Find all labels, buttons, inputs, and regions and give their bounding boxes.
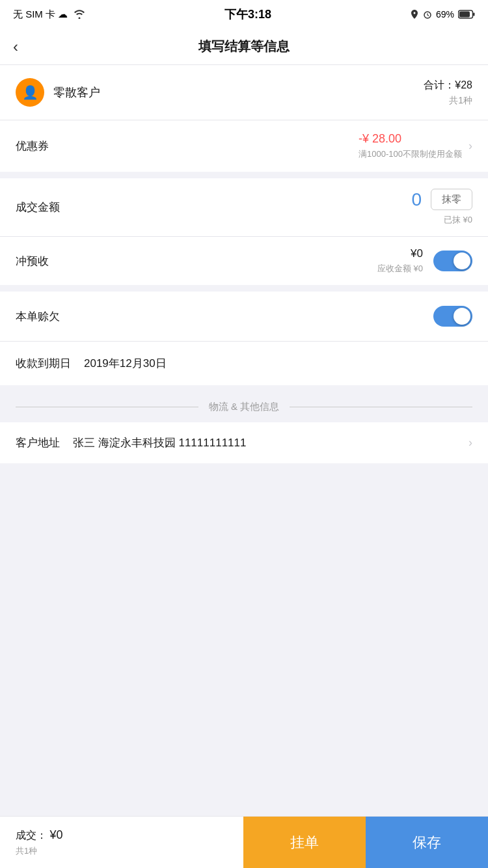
nav-bar: ‹ 填写结算等信息 [0,29,488,65]
debt-row: 本单赊欠 [0,292,488,341]
bottom-deal-amount: ¥0 [49,828,62,841]
coupon-values: -¥ 28.00 满1000-100不限制使用金额 [359,132,462,160]
customer-total: 合计：¥28 [424,79,472,92]
avatar: 👤 [16,78,44,107]
debt-toggle[interactable] [433,306,472,327]
status-left: 无 SIM 卡 ☁ [13,8,86,21]
coupon-right: -¥ 28.00 满1000-100不限制使用金额 › [359,132,472,160]
prepayment-values: ¥0 应收金额 ¥0 [377,247,423,275]
avatar-icon: 👤 [22,85,38,100]
bottom-count: 共1种 [16,845,228,857]
location-icon [410,10,419,19]
transaction-label: 成交金额 [16,200,60,215]
bottom-deal-label: 成交： [16,830,47,841]
address-chevron-icon: › [468,436,472,450]
hold-button[interactable]: 挂单 [243,817,366,869]
battery-text: 69% [436,9,454,20]
save-button[interactable]: 保存 [366,817,488,869]
bottom-bar: 成交： ¥0 共1种 挂单 保存 [0,816,488,868]
coupon-amount: -¥ 28.00 [359,132,462,146]
address-row[interactable]: 客户地址 张三 海淀永丰科技园 11111111111 › [0,422,488,463]
prepayment-right: ¥0 应收金额 ¥0 [377,247,472,275]
address-value: 张三 海淀永丰科技园 11111111111 [73,435,468,450]
alarm-icon [423,10,432,19]
prepayment-sub: 应收金额 ¥0 [377,263,423,275]
coupon-note: 满1000-100不限制使用金额 [359,148,462,160]
svg-rect-3 [459,12,470,18]
prepayment-label: 冲预收 [16,254,49,269]
customer-name: 零散客户 [53,85,100,100]
due-date-value: 2019年12月30日 [84,356,167,371]
transaction-right: 0 抹零 已抹 ¥0 [411,189,472,226]
page-title: 填写结算等信息 [198,38,290,55]
status-right: 69% [410,9,475,20]
customer-card: 👤 零散客户 合计：¥28 共1种 优惠券 -¥ 28.00 满1000-100… [0,65,488,172]
bottom-deal-row: 成交： ¥0 [16,828,228,843]
address-label: 客户地址 [16,435,60,450]
transaction-sub: 已抹 ¥0 [444,214,472,226]
customer-right: 合计：¥28 共1种 [424,79,472,107]
transaction-row: 成交金额 0 抹零 已抹 ¥0 [0,178,488,236]
chevron-right-icon: › [468,139,472,153]
no-sim-text: 无 SIM 卡 ☁ [13,8,68,21]
status-time: 下午3:18 [224,7,271,22]
prepayment-toggle[interactable] [433,251,472,271]
debt-label: 本单赊欠 [16,309,60,324]
customer-left: 👤 零散客户 [16,78,100,107]
coupon-row[interactable]: 优惠券 -¥ 28.00 满1000-100不限制使用金额 › [0,120,488,172]
bottom-info: 成交： ¥0 共1种 [0,828,243,857]
content: 👤 零散客户 合计：¥28 共1种 优惠券 -¥ 28.00 满1000-100… [0,65,488,528]
back-button[interactable]: ‹ [13,38,18,56]
prepayment-amount: ¥0 [377,247,423,260]
logistics-label: 物流 & 其他信息 [209,401,279,413]
amount-section: 成交金额 0 抹零 已抹 ¥0 冲预收 ¥0 应收金额 ¥0 [0,178,488,285]
prepayment-row: 冲预收 ¥0 应收金额 ¥0 [0,236,488,285]
logistics-header: 物流 & 其他信息 [0,392,488,422]
debt-section: 本单赊欠 收款到期日 2019年12月30日 [0,292,488,385]
logistics-line-left [16,407,198,407]
wifi-icon [73,10,86,19]
coupon-label: 优惠券 [16,139,49,154]
customer-row: 👤 零散客户 合计：¥28 共1种 [0,65,488,120]
battery-icon [458,10,475,19]
round-off-button[interactable]: 抹零 [431,189,472,210]
status-bar: 无 SIM 卡 ☁ 下午3:18 69% [0,0,488,29]
due-date-label: 收款到期日 [16,356,71,371]
logistics-line-right [290,407,472,407]
transaction-value: 0 [411,189,422,210]
due-date-row: 收款到期日 2019年12月30日 [0,341,488,385]
customer-count: 共1种 [424,95,472,107]
svg-rect-2 [473,13,475,16]
